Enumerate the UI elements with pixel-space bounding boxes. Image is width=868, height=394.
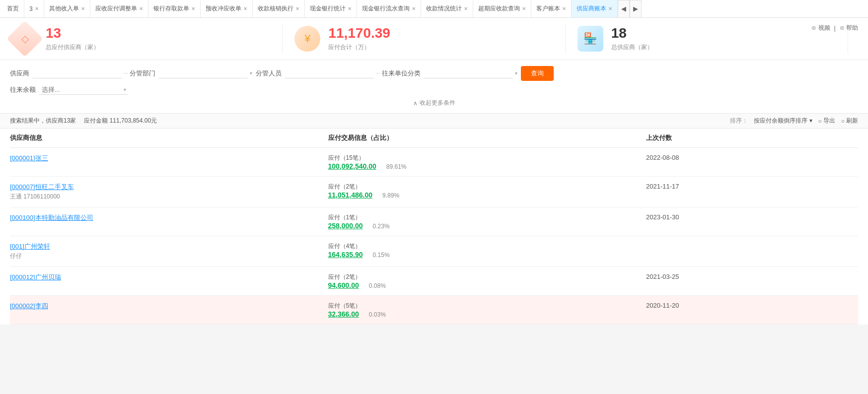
payable-percent: 0.15%	[373, 252, 390, 259]
supplier-link[interactable]: [000012]广州贝瑞	[10, 273, 61, 281]
close-icon[interactable]: ✕	[295, 6, 299, 11]
nav-tab-3[interactable]: 3 ✕	[24, 0, 44, 18]
payable-percent: 0.03%	[369, 311, 386, 318]
nav-tab-home-label: 首页	[7, 4, 19, 13]
diamond-icon: ◇	[10, 24, 40, 54]
payable-amount[interactable]: 164,635.90	[328, 251, 363, 259]
close-icon[interactable]: ✕	[348, 6, 352, 11]
filter-dept: 分管部门 ▾	[130, 68, 248, 78]
export-icon: ○	[818, 118, 822, 125]
nav-tab-bank-deposit[interactable]: 银行存取款单 ✕	[148, 0, 201, 18]
last-pay-date: 2023-01-30	[646, 213, 858, 221]
payable-amount[interactable]: 32,366.00	[328, 310, 359, 318]
nav-tab-collect-stat[interactable]: 收款情况统计 ✕	[421, 0, 473, 18]
payable-label: 应付（5笔）	[328, 302, 647, 310]
filter-row-1: 供应商 ··· 分管部门 ▾ 分管人员 ··· 往来单位分类	[10, 66, 858, 81]
collapse-button[interactable]: ∧ 收起更多条件	[413, 99, 455, 107]
supplier-link[interactable]: [001]广州荣轩	[10, 243, 50, 250]
nav-tab-advance-collect[interactable]: 预收冲应收单 ✕	[201, 0, 253, 18]
filter-person-label: 分管人员	[256, 69, 282, 78]
nav-tab-payable-adjust[interactable]: 应收应付调整单 ✕	[90, 0, 148, 18]
total-payable-suppliers-label: 总应付供应商（家）	[46, 43, 99, 52]
filter-person: 分管人员 ···	[256, 68, 374, 78]
dept-input[interactable]	[158, 68, 248, 78]
nav-tab-overdue-collect[interactable]: 超期应收款查询 ✕	[473, 0, 531, 18]
close-icon[interactable]: ✕	[522, 6, 526, 11]
nav-tab-other-income[interactable]: 其他收入单 ✕	[44, 0, 90, 18]
supplier-sub-info: 王通 17106110000	[10, 193, 328, 201]
top-nav-bar: 首页 3 ✕ 其他收入单 ✕ 应收应付调整单 ✕ 银行存取款单 ✕ 预收冲应收单…	[0, 0, 868, 18]
table-row: [000007]恒旺二手叉车王通 17106110000应付（2笔）11,051…	[10, 177, 858, 207]
filter-supplier-label: 供应商	[10, 69, 29, 78]
payable-cell: 应付（2笔）11,051,486.009.89%	[328, 183, 647, 199]
nav-prev-arrow[interactable]: ◀	[618, 0, 630, 18]
payable-amount[interactable]: 11,051,486.00	[328, 191, 373, 199]
nav-tab-customer-account[interactable]: 客户账本 ✕	[531, 0, 572, 18]
close-icon[interactable]: ✕	[412, 6, 416, 11]
category-dropdown-arrow[interactable]: ▾	[513, 70, 519, 76]
payable-amount[interactable]: 94,600.00	[328, 281, 359, 289]
top-right-links: ⊙ 视频 | ⊙ 帮助	[811, 24, 858, 32]
sort-value[interactable]: 按应付余额倒序排序 ▾	[754, 117, 812, 125]
supplier-dropdown-arrow[interactable]: ···	[122, 70, 130, 76]
supplier-sub-info: 仔仔	[10, 252, 328, 261]
payable-amount[interactable]: 258,000.00	[328, 222, 363, 230]
close-icon[interactable]: ✕	[464, 6, 468, 11]
table-row: [000012]广州贝瑞应付（2笔）94,600.000.08%2021-03-…	[10, 267, 858, 296]
supplier-cell: [000001]张三	[10, 154, 328, 163]
payable-label: 应付（2笔）	[328, 273, 647, 281]
filter-category: 往来单位分类 ▾	[382, 68, 513, 78]
filter-person-dropdown[interactable]: ···	[285, 68, 374, 78]
nav-tab-payable-adjust-label: 应收应付调整单	[95, 4, 137, 13]
nav-tab-cash-bank-stat[interactable]: 现金银行统计 ✕	[305, 0, 357, 18]
collapse-label: 收起更多条件	[420, 99, 455, 107]
close-icon[interactable]: ✕	[191, 6, 195, 11]
nav-tab-collect-verify[interactable]: 收款核销执行 ✕	[253, 0, 305, 18]
balance-dropdown-arrow[interactable]: ▾	[122, 87, 128, 92]
video-link[interactable]: ⊙ 视频	[811, 24, 830, 32]
refresh-button[interactable]: ○ 刷新	[841, 117, 858, 125]
close-icon[interactable]: ✕	[608, 6, 612, 11]
nav-tab-3-label: 3	[29, 5, 33, 12]
filter-supplier-dropdown[interactable]: ···	[32, 68, 122, 78]
filter-balance-dropdown[interactable]: ▾	[39, 85, 128, 95]
nav-tab-supplier-account[interactable]: 供应商账本 ✕	[572, 0, 618, 18]
payable-total-number: 11,170.39	[328, 26, 390, 41]
close-icon[interactable]: ✕	[139, 6, 143, 11]
nav-next-arrow[interactable]: ▶	[630, 0, 642, 18]
close-icon[interactable]: ✕	[35, 6, 39, 11]
close-icon[interactable]: ✕	[243, 6, 247, 11]
close-icon[interactable]: ✕	[81, 6, 85, 11]
nav-tab-cash-bank-stat-label: 现金银行统计	[310, 4, 346, 13]
last-pay-date: 2021-03-25	[646, 273, 858, 280]
nav-tab-supplier-account-label: 供应商账本	[577, 4, 606, 13]
supplier-input[interactable]	[32, 68, 122, 78]
help-link[interactable]: ⊙ 帮助	[840, 24, 858, 32]
balance-input[interactable]	[39, 85, 122, 94]
supplier-link[interactable]: [000007]恒旺二手叉车	[10, 183, 74, 191]
nav-tab-advance-collect-label: 预收冲应收单	[206, 4, 241, 13]
sort-arrow-icon: ▾	[809, 117, 812, 124]
payable-label: 应付（4笔）	[328, 242, 647, 251]
person-dropdown-arrow[interactable]: ···	[374, 70, 382, 76]
supplier-link[interactable]: [000001]张三	[10, 154, 48, 162]
person-input[interactable]	[285, 68, 374, 78]
supplier-link[interactable]: [000100]本特勤油品有限公司	[10, 214, 93, 221]
category-input[interactable]	[424, 68, 513, 78]
nav-tab-home[interactable]: 首页	[2, 0, 24, 18]
nav-tab-collect-stat-label: 收款情况统计	[426, 4, 462, 13]
filter-category-dropdown[interactable]: ▾	[424, 68, 513, 78]
filter-dept-dropdown[interactable]: ▾	[158, 68, 248, 78]
payable-label: 应付（15笔）	[328, 154, 647, 162]
nav-tab-collect-verify-label: 收款核销执行	[258, 4, 293, 13]
summary-card-payable-total: ¥ 11,170.39 应付合计（万）	[292, 24, 565, 54]
search-button[interactable]: 查询	[521, 66, 554, 81]
supplier-link[interactable]: [000002]李四	[10, 302, 48, 310]
payable-cell: 应付（2笔）94,600.000.08%	[328, 273, 647, 289]
export-button[interactable]: ○ 导出	[818, 117, 835, 125]
close-icon[interactable]: ✕	[562, 6, 566, 11]
nav-tab-cash-bank-flow[interactable]: 现金银行流水查询 ✕	[357, 0, 421, 18]
summary-text-payable-total: 11,170.39 应付合计（万）	[328, 26, 390, 52]
payable-amount[interactable]: 100,092,540.00	[328, 162, 376, 170]
dept-dropdown-arrow[interactable]: ▾	[248, 70, 254, 76]
